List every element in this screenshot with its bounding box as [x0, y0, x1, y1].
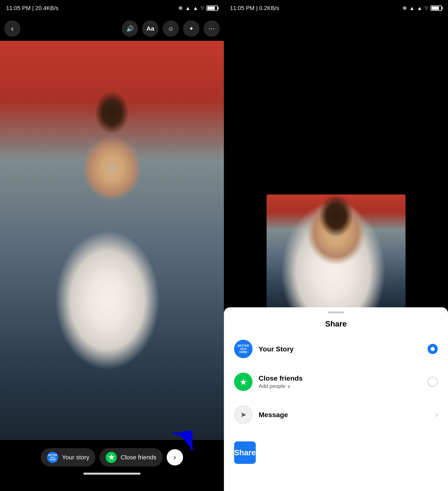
battery-icon [206, 6, 218, 11]
close-friends-avatar: ★ [106, 452, 117, 463]
more-icon: ⋯ [208, 25, 215, 32]
sparkle-icon: ✦ [189, 25, 194, 32]
status-icons-right: ✻ ▲ ▲ ▽ [402, 5, 442, 11]
volume-button[interactable]: 🔊 [122, 20, 138, 37]
bluetooth-icon-r: ✻ [402, 5, 407, 11]
video-content-left [0, 41, 224, 440]
star-icon: ★ [108, 453, 115, 462]
right-panel: 11:05 PM | 0.2KB/s ✻ ▲ ▲ ▽ Share BETTERc… [224, 0, 448, 491]
message-chevron-icon: › [435, 410, 438, 419]
nav-indicator-left [83, 473, 141, 475]
status-icons-left: ✻ ▲ ▲ ▽ [178, 5, 218, 11]
send-icon: ➤ [240, 410, 246, 419]
close-friends-option-title: Close friends [259, 374, 421, 382]
sticker-icon: ☺ [168, 25, 174, 32]
share-sheet: Share BETTERcEceHERE Your Story ★ Close … [224, 307, 448, 491]
signal-icon-1: ▲ [185, 5, 191, 11]
bluetooth-icon: ✻ [178, 5, 183, 11]
message-text: Message [259, 411, 429, 419]
more-button[interactable]: ⋯ [204, 20, 220, 37]
status-bar-left: 11:05 PM | 20.4KB/s ✻ ▲ ▲ ▽ [0, 0, 224, 16]
chevron-down-icon: ∨ [287, 384, 291, 389]
volume-icon: 🔊 [126, 25, 134, 32]
message-option-title: Message [259, 411, 429, 419]
close-friends-radio[interactable] [428, 377, 438, 387]
time-speed-left: 11:05 PM | 20.4KB/s [6, 5, 58, 11]
your-story-text: Your Story [259, 345, 421, 353]
time-speed-right: 11:05 PM | 0.2KB/s [230, 5, 279, 11]
bottom-bar-left: BETTERcEceHERE Your story ★ Close friend… [0, 440, 224, 491]
share-button-label: Share [234, 448, 256, 457]
close-friends-pill[interactable]: ★ Close friends [99, 448, 162, 466]
text-icon: Aa [146, 25, 154, 32]
text-button[interactable]: Aa [142, 20, 158, 37]
sticker-button[interactable]: ☺ [163, 20, 179, 37]
sparkle-button[interactable]: ✦ [183, 20, 199, 37]
signal-icon-r3: ▽ [425, 6, 428, 11]
message-option[interactable]: ➤ Message › [224, 398, 448, 431]
close-friends-subtitle: Add people ∨ [259, 383, 421, 389]
your-story-avatar: BETTERcEceHERE [47, 452, 58, 463]
signal-icon-r2: ▲ [417, 5, 422, 11]
share-title: Share [224, 315, 448, 333]
your-story-radio[interactable] [428, 344, 438, 354]
toolbar-left: ‹ 🔊 Aa ☺ ✦ ⋯ [0, 16, 224, 41]
share-button[interactable]: Share [234, 441, 256, 464]
close-friends-label: Close friends [120, 454, 156, 461]
your-story-option[interactable]: BETTERcEceHERE Your Story [224, 333, 448, 366]
bch-logo-large: BETTERcEceHERE [234, 340, 253, 358]
your-story-pill[interactable]: BETTERcEceHERE Your story [41, 448, 95, 466]
your-story-option-title: Your Story [259, 345, 421, 353]
video-content-right [267, 195, 406, 313]
close-friends-option[interactable]: ★ Close friends Add people ∨ [224, 366, 448, 398]
video-frame-left [0, 41, 224, 440]
story-actions-row: BETTERcEceHERE Your story ★ Close friend… [41, 448, 183, 466]
radio-inner-your-story [431, 347, 435, 351]
your-story-icon: BETTERcEceHERE [234, 340, 253, 358]
your-story-label: Your story [62, 454, 89, 461]
video-area-left [0, 41, 224, 440]
left-panel: 11:05 PM | 20.4KB/s ✻ ▲ ▲ ▽ ‹ 🔊 Aa [0, 0, 224, 491]
status-bar-right: 11:05 PM | 0.2KB/s ✻ ▲ ▲ ▽ [224, 0, 448, 16]
sheet-handle [328, 312, 344, 313]
message-icon: ➤ [234, 406, 253, 424]
close-friends-star-icon: ★ [239, 377, 247, 387]
signal-icon-3: ▽ [201, 6, 204, 11]
video-frame-right [267, 195, 406, 313]
blue-arrow-right [444, 437, 448, 474]
tool-icons-group: 🔊 Aa ☺ ✦ ⋯ [122, 20, 220, 37]
blue-arrow-left [171, 431, 195, 455]
close-friends-icon: ★ [234, 373, 253, 391]
battery-icon-right [431, 6, 442, 11]
close-friends-text: Close friends Add people ∨ [259, 374, 421, 389]
back-button[interactable]: ‹ [4, 20, 20, 37]
signal-icon-r1: ▲ [409, 5, 415, 11]
signal-icon-2: ▲ [193, 5, 198, 11]
